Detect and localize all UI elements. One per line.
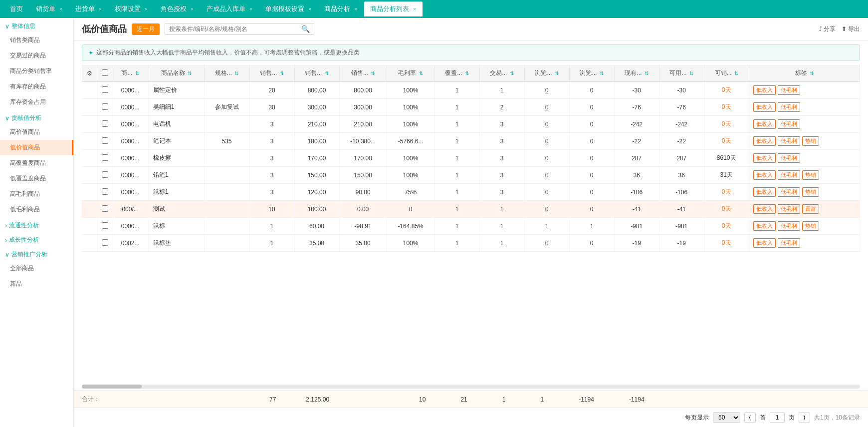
row-view1[interactable]: 0 [524, 167, 569, 184]
nav-product-analysis-list[interactable]: 商品分析列表 × [364, 1, 422, 16]
gross-margin-column-header[interactable]: 毛利率 ⇅ [387, 65, 434, 82]
row-checkbox[interactable] [102, 222, 108, 229]
sale-amount-column-header[interactable]: 销售... ⇅ [294, 65, 339, 82]
checkbox-column-header[interactable] [98, 65, 112, 82]
close-permissions[interactable]: × [145, 6, 148, 12]
row-view1[interactable]: 0 [524, 133, 569, 150]
nav-purchase[interactable]: 进货单 × [69, 1, 108, 16]
row-checkbox[interactable] [102, 171, 108, 178]
view2-column-header[interactable]: 浏览... ⇅ [569, 65, 614, 82]
horizontal-scrollbar[interactable] [82, 385, 860, 389]
export-button[interactable]: ⬆ 导出 [842, 25, 860, 33]
row-settings[interactable] [82, 116, 98, 133]
row-settings[interactable] [82, 150, 98, 167]
nav-permissions[interactable]: 权限设置 × [109, 1, 154, 16]
row-view1[interactable]: 0 [524, 116, 569, 133]
row-settings[interactable] [82, 218, 98, 235]
row-view1[interactable]: 0 [524, 235, 569, 252]
current-stock-column-header[interactable]: 现有... ⇅ [614, 65, 659, 82]
row-settings[interactable] [82, 99, 98, 116]
row-view1[interactable]: 0 [524, 82, 569, 99]
settings-column-header[interactable]: ⚙ [82, 65, 98, 82]
sidebar-item-category-sales-rate[interactable]: 商品分类销售率 [0, 63, 73, 79]
sidebar-group-liquidity[interactable]: › 流通性分析 [0, 217, 73, 232]
row-settings[interactable] [82, 167, 98, 184]
nav-template-settings[interactable]: 单据模板设置 × [259, 1, 317, 16]
search-icon[interactable]: 🔍 [301, 25, 310, 33]
sidebar-item-high-value[interactable]: 高价值商品 [0, 124, 73, 140]
row-checkbox[interactable] [102, 86, 108, 93]
row-settings[interactable] [82, 201, 98, 218]
nav-home[interactable]: 首页 [4, 1, 29, 16]
row-checkbox[interactable] [102, 137, 108, 144]
sidebar-item-low-margin[interactable]: 低毛利商品 [0, 202, 73, 217]
sidebar-item-high-coverage[interactable]: 高覆盖度商品 [0, 155, 73, 171]
sidebar-item-stocked-products[interactable]: 有库存的商品 [0, 79, 73, 94]
saleable-days-column-header[interactable]: 可销... ⇅ [704, 65, 749, 82]
row-checkbox-cell[interactable] [98, 184, 112, 201]
row-settings[interactable] [82, 235, 98, 252]
row-view1[interactable]: 0 [524, 201, 569, 218]
close-purchase[interactable]: × [99, 6, 102, 12]
row-view1[interactable]: 0 [524, 99, 569, 116]
sidebar-item-sales-products[interactable]: 销售类商品 [0, 32, 73, 48]
row-checkbox-cell[interactable] [98, 82, 112, 99]
row-checkbox-cell[interactable] [98, 218, 112, 235]
sidebar-item-low-coverage[interactable]: 低覆盖度商品 [0, 171, 73, 186]
close-product-inbound[interactable]: × [249, 6, 252, 12]
row-checkbox-cell[interactable] [98, 150, 112, 167]
row-checkbox-cell[interactable] [98, 201, 112, 218]
row-view1[interactable]: 0 [524, 184, 569, 201]
row-settings[interactable] [82, 184, 98, 201]
select-all-checkbox[interactable] [102, 69, 108, 76]
row-checkbox-cell[interactable] [98, 99, 112, 116]
page-size-select[interactable]: 50 100 200 [713, 412, 740, 423]
current-page-input[interactable] [770, 413, 785, 423]
available-stock-column-header[interactable]: 可用... ⇅ [659, 65, 704, 82]
name-column-header[interactable]: 商品名称 ⇅ [149, 65, 204, 82]
spec-column-header[interactable]: 规格... ⇅ [204, 65, 249, 82]
search-input[interactable] [169, 25, 298, 32]
row-view1[interactable]: 0 [524, 150, 569, 167]
row-checkbox[interactable] [102, 239, 108, 246]
close-product-analysis-list[interactable]: × [413, 6, 416, 12]
close-sales[interactable]: × [59, 6, 62, 12]
sidebar-item-all-products[interactable]: 全部商品 [0, 261, 73, 276]
row-checkbox[interactable] [102, 154, 108, 161]
row-settings[interactable] [82, 133, 98, 150]
row-settings[interactable] [82, 82, 98, 99]
scrollbar-thumb[interactable] [82, 385, 142, 389]
row-checkbox-cell[interactable] [98, 116, 112, 133]
sidebar-group-contribution[interactable]: ∨ 贡献值分析 [0, 110, 73, 124]
sale-qty-column-header[interactable]: 销售... ⇅ [249, 65, 294, 82]
share-button[interactable]: ⤴ 分享 [819, 25, 836, 33]
sidebar-item-new-products[interactable]: 新品 [0, 276, 73, 292]
row-view1[interactable]: 1 [524, 218, 569, 235]
row-checkbox-cell[interactable] [98, 167, 112, 184]
row-checkbox-cell[interactable] [98, 133, 112, 150]
sale-profit-column-header[interactable]: 销售... ⇅ [339, 65, 387, 82]
sidebar-item-low-value[interactable]: 低价值商品 [0, 140, 73, 155]
code-column-header[interactable]: 商... ⇅ [112, 65, 149, 82]
row-checkbox[interactable] [102, 103, 108, 110]
sidebar-group-growth[interactable]: › 成长性分析 [0, 232, 73, 246]
first-page-button[interactable]: ⟨ [744, 413, 756, 423]
trade-column-header[interactable]: 交易... ⇅ [479, 65, 524, 82]
nav-sales[interactable]: 销货单 × [30, 1, 68, 16]
filter-recent-month-button[interactable]: 近一月 [132, 23, 160, 35]
nav-product-analysis[interactable]: 商品分析 × [318, 1, 363, 16]
row-checkbox[interactable] [102, 188, 108, 195]
row-checkbox[interactable] [102, 205, 108, 212]
row-checkbox-cell[interactable] [98, 235, 112, 252]
tags-column-header[interactable]: 标签 ⇅ [749, 65, 860, 82]
view1-column-header[interactable]: 浏览... ⇅ [524, 65, 569, 82]
nav-product-inbound[interactable]: 产成品入库单 × [201, 1, 258, 16]
close-product-analysis[interactable]: × [354, 6, 357, 12]
sidebar-group-overview[interactable]: ∨ 整体信息 [0, 18, 73, 32]
next-page-button[interactable]: ⟩ [799, 413, 810, 423]
sidebar-item-high-margin[interactable]: 高毛利商品 [0, 186, 73, 202]
sidebar-item-traded-products[interactable]: 交易过的商品 [0, 48, 73, 63]
close-template-settings[interactable]: × [308, 6, 311, 12]
sidebar-group-marketing[interactable]: ∨ 营销推广分析 [0, 246, 73, 261]
coverage-column-header[interactable]: 覆盖... ⇅ [434, 65, 479, 82]
